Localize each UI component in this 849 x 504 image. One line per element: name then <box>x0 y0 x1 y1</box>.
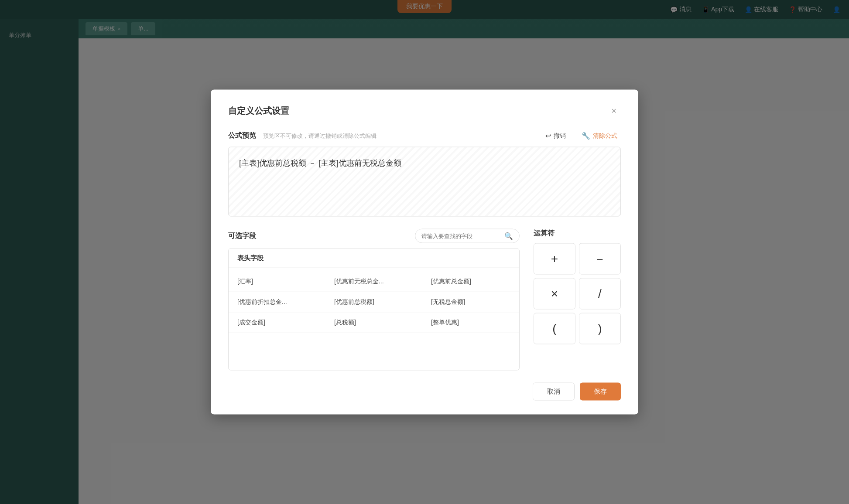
search-input[interactable] <box>421 233 501 239</box>
operator-right-paren-button[interactable]: ) <box>579 313 621 344</box>
formula-preview-box: [主表]优惠前总税额 － [主表]优惠前无税总金额 <box>228 147 621 217</box>
undo-button[interactable]: ↩ 撤销 <box>542 130 569 142</box>
field-group-header: 表头字段 <box>229 249 519 268</box>
modal-close-button[interactable]: × <box>607 104 621 118</box>
field-item[interactable]: [优惠前无税总金... <box>325 272 422 292</box>
field-item[interactable]: [整单优惠] <box>422 313 519 333</box>
cancel-button[interactable]: 取消 <box>533 383 575 401</box>
operators-grid: + － × / ( ) <box>534 243 621 344</box>
modal-footer: 取消 保存 <box>228 383 621 401</box>
field-item[interactable]: [成交金额] <box>229 313 325 333</box>
save-button[interactable]: 保存 <box>580 383 621 401</box>
formula-modal: 自定义公式设置 × 公式预览 预览区不可修改，请通过撤销或清除公式编辑 ↩ 撤销… <box>211 90 638 415</box>
field-item[interactable]: [优惠前折扣总金... <box>229 292 325 313</box>
bottom-section: 可选字段 🔍 表头字段 [汇率] [优惠前无税总金... [优惠前总金额] <box>228 229 621 371</box>
field-item[interactable]: [优惠前总税额] <box>325 292 422 313</box>
field-item[interactable]: [无税总金额] <box>422 292 519 313</box>
operator-multiply-button[interactable]: × <box>534 278 575 310</box>
modal-title: 自定义公式设置 <box>228 105 289 116</box>
field-list-box: 表头字段 [汇率] [优惠前无税总金... [优惠前总金额] [优惠前折扣总金.… <box>228 249 520 371</box>
operators-panel: 运算符 + － × / ( ) <box>534 229 621 344</box>
operator-minus-button[interactable]: － <box>579 243 621 275</box>
field-grid: [汇率] [优惠前无税总金... [优惠前总金额] [优惠前折扣总金... [优… <box>229 268 519 337</box>
search-box: 🔍 <box>415 229 520 243</box>
undo-icon: ↩ <box>545 132 551 140</box>
modal-header: 自定义公式设置 × <box>228 104 621 118</box>
field-item[interactable]: [汇率] <box>229 272 325 292</box>
field-selector-header: 可选字段 🔍 <box>228 229 520 243</box>
operator-left-paren-button[interactable]: ( <box>534 313 575 344</box>
field-selector: 可选字段 🔍 表头字段 [汇率] [优惠前无税总金... [优惠前总金额] <box>228 229 520 371</box>
formula-preview-label: 公式预览 <box>228 131 256 140</box>
search-icon: 🔍 <box>504 232 513 240</box>
field-item[interactable]: [优惠前总金额] <box>422 272 519 292</box>
operators-title: 运算符 <box>534 229 621 238</box>
clear-icon: 🔧 <box>582 132 590 140</box>
undo-label: 撤销 <box>554 132 566 140</box>
formula-text: [主表]优惠前总税额 － [主表]优惠前无税总金额 <box>239 158 610 168</box>
field-selector-title: 可选字段 <box>228 232 256 241</box>
clear-formula-button[interactable]: 🔧 清除公式 <box>578 130 621 142</box>
formula-actions: ↩ 撤销 🔧 清除公式 <box>542 130 621 142</box>
clear-label: 清除公式 <box>593 132 617 140</box>
formula-preview-header: 公式预览 预览区不可修改，请通过撤销或清除公式编辑 ↩ 撤销 🔧 清除公式 <box>228 130 621 142</box>
operator-divide-button[interactable]: / <box>579 278 621 310</box>
field-item[interactable]: [总税额] <box>325 313 422 333</box>
formula-preview-hint: 预览区不可修改，请通过撤销或清除公式编辑 <box>263 132 377 140</box>
operator-plus-button[interactable]: + <box>534 243 575 275</box>
